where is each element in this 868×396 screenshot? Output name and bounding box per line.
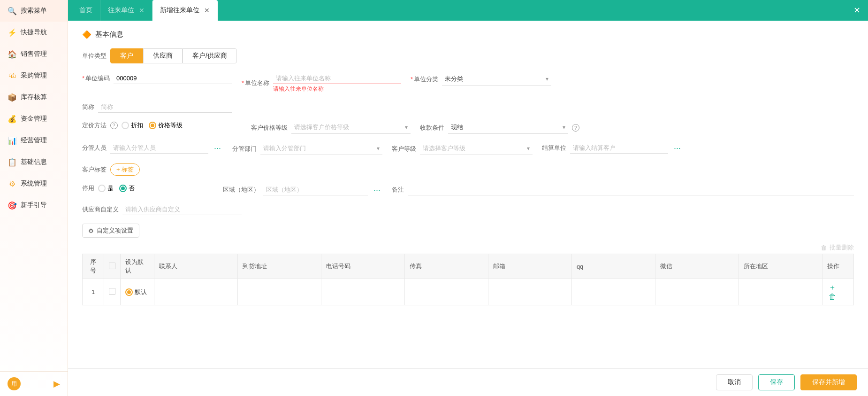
cell-contact[interactable]: [154, 279, 237, 305]
sidebar-label-purchase: 采购管理: [21, 71, 47, 80]
tab-partner[interactable]: 往来单位 ✕: [100, 0, 152, 21]
qq-input[interactable]: [577, 288, 650, 295]
payment-terms-field: 收款条件 现结 ▾ ?: [420, 121, 579, 134]
customer-level-select[interactable]: 请选择客户等级 ▾: [420, 142, 533, 155]
custom-settings-button[interactable]: ⚙ 自定义项设置: [82, 224, 139, 238]
supplier-custom-input[interactable]: [122, 204, 242, 215]
sidebar-item-system[interactable]: ⚙ 系统管理: [0, 173, 68, 194]
radio-no[interactable]: 否: [119, 184, 135, 193]
cell-region[interactable]: [739, 279, 822, 305]
tab-partner-label: 往来单位: [108, 6, 134, 15]
address-input[interactable]: [243, 288, 316, 295]
unit-code-input[interactable]: [114, 73, 232, 84]
unit-type-row: 单位类型 客户 供应商 客户/供应商: [82, 48, 854, 63]
contact-input[interactable]: [159, 288, 233, 295]
cell-phone[interactable]: [321, 279, 404, 305]
unit-type-both[interactable]: 客户/供应商: [183, 48, 237, 63]
expand-icon[interactable]: ▶: [53, 379, 60, 389]
sidebar-label-newbie: 新手引导: [21, 201, 47, 210]
tab-partner-close[interactable]: ✕: [139, 7, 145, 14]
sidebar-label-search: 搜索菜单: [21, 7, 47, 15]
cell-email[interactable]: [488, 279, 571, 305]
save-button[interactable]: 保存: [758, 374, 795, 390]
manager-dots-btn[interactable]: ···: [212, 143, 223, 153]
fax-input[interactable]: [410, 288, 483, 295]
col-phone: 电话号码: [321, 254, 404, 279]
sidebar: 🔍 搜索菜单 ⚡ 快捷导航 🏠 销售管理 🛍 采购管理 📦 库存核算 💰 资金管…: [0, 0, 68, 396]
manager-input[interactable]: [110, 142, 208, 154]
batch-delete-label[interactable]: 批量删除: [830, 243, 854, 252]
delete-row-button[interactable]: 🗑: [827, 293, 838, 301]
email-input[interactable]: [493, 288, 567, 295]
sidebar-item-newbie[interactable]: 🎯 新手引导: [0, 194, 68, 216]
save-and-new-button[interactable]: 保存并新增: [800, 374, 857, 390]
cell-seq: 1: [83, 279, 104, 305]
unit-code-field: *单位编码: [82, 73, 232, 84]
notes-input[interactable]: [408, 184, 854, 195]
radio-discount[interactable]: 折扣: [122, 121, 143, 130]
default-radio-circle: [125, 288, 133, 296]
customer-price-level-select[interactable]: 请选择客户价格等级 ▾: [291, 121, 411, 134]
region-table-input[interactable]: [744, 288, 817, 295]
region-input[interactable]: [263, 184, 368, 195]
tab-bar: 首页 往来单位 ✕ 新增往来单位 ✕ ✕: [68, 0, 868, 21]
tab-home[interactable]: 首页: [72, 0, 100, 21]
unit-type-customer[interactable]: 客户: [110, 48, 143, 63]
tab-new-partner[interactable]: 新增往来单位 ✕: [152, 0, 218, 21]
unit-type-supplier[interactable]: 供应商: [143, 48, 183, 63]
unit-name-input[interactable]: [273, 73, 401, 84]
add-row-button[interactable]: ＋: [827, 283, 838, 293]
customer-level-field: 客户等级 请选择客户等级 ▾: [392, 142, 533, 155]
unit-type-group: 客户 供应商 客户/供应商: [110, 48, 237, 63]
sidebar-label-operations: 经营管理: [21, 136, 47, 145]
section-header: 🔶 基本信息: [82, 30, 854, 39]
cancel-button[interactable]: 取消: [716, 374, 753, 390]
tab-new-partner-close[interactable]: ✕: [204, 7, 210, 14]
customer-tag-field: 客户标签 + 标签: [82, 163, 854, 176]
customer-level-label: 客户等级: [392, 145, 416, 153]
footer-bar: 取消 保存 保存并新增: [68, 368, 868, 396]
short-name-input[interactable]: [98, 101, 232, 113]
manager-field: 分管人员 ···: [82, 142, 223, 154]
col-region: 所在地区: [739, 254, 822, 279]
unit-category-select[interactable]: 未分类 ▾: [442, 73, 551, 85]
radio-yes[interactable]: 是: [98, 184, 114, 193]
cell-qq[interactable]: [571, 279, 655, 305]
region-dots-btn[interactable]: ···: [372, 185, 382, 195]
pricing-help-icon[interactable]: ?: [110, 122, 118, 129]
notes-field: 备注: [392, 184, 854, 195]
sidebar-item-inventory[interactable]: 📦 库存核算: [0, 86, 68, 108]
row-checkbox[interactable]: [109, 288, 115, 295]
cell-wechat[interactable]: [655, 279, 739, 305]
sidebar-item-sales[interactable]: 🏠 销售管理: [0, 43, 68, 65]
sidebar-item-operations[interactable]: 📊 经营管理: [0, 130, 68, 151]
unit-category-label: *单位分类: [411, 75, 438, 84]
disabled-radio-group: 是 否: [98, 184, 135, 193]
settlement-unit-input[interactable]: [570, 142, 668, 154]
header-checkbox[interactable]: [109, 263, 115, 269]
wechat-input[interactable]: [660, 288, 734, 295]
sidebar-item-search[interactable]: 🔍 搜索菜单: [0, 0, 68, 22]
cell-address[interactable]: [237, 279, 321, 305]
sidebar-label-sales: 销售管理: [21, 50, 47, 58]
sidebar-item-basic[interactable]: 📋 基础信息: [0, 151, 68, 173]
window-close-button[interactable]: ✕: [850, 3, 864, 17]
required-star-category: *: [411, 76, 413, 83]
add-tag-button[interactable]: + 标签: [110, 163, 140, 176]
default-radio[interactable]: 默认: [125, 288, 149, 296]
phone-input[interactable]: [326, 288, 400, 295]
notes-label: 备注: [392, 186, 404, 194]
payment-terms-help-icon[interactable]: ?: [572, 124, 579, 132]
sidebar-item-purchase[interactable]: 🛍 采购管理: [0, 65, 68, 86]
cell-fax[interactable]: [404, 279, 488, 305]
unit-name-field: *单位名称 请输入往来单位名称: [242, 73, 401, 93]
sidebar-item-finance[interactable]: 💰 资金管理: [0, 108, 68, 130]
department-select[interactable]: 请输入分管部门 ▾: [260, 142, 382, 155]
radio-price-level[interactable]: 价格等级: [149, 121, 183, 130]
settlement-unit-dots-btn[interactable]: ···: [672, 143, 683, 153]
sidebar-item-quick-nav[interactable]: ⚡ 快捷导航: [0, 22, 68, 43]
payment-terms-select[interactable]: 现结 ▾: [448, 121, 568, 134]
disabled-field: 停用 是 否: [82, 184, 213, 193]
search-icon: 🔍: [8, 6, 17, 16]
pricing-method-field: 定价方法 ? 折扣 价格等级: [82, 121, 242, 130]
